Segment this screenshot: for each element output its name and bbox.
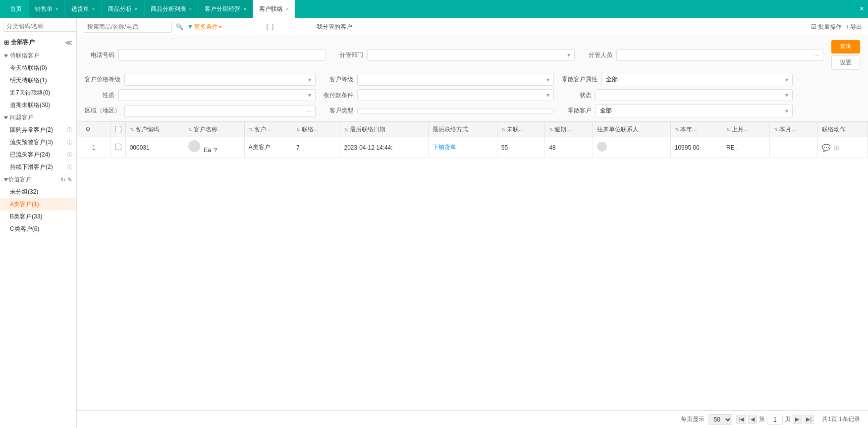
person-select[interactable]: ··· <box>616 49 823 61</box>
sort-icon-no-contact: ⇅ <box>501 127 505 132</box>
home-tab-label: 首页 <box>10 5 22 13</box>
nav-tab-customer-mgmt[interactable]: 客户分层经营 × <box>199 0 252 18</box>
th-this-year[interactable]: ⇅ 本年... <box>670 122 722 137</box>
sidebar-item-class-b[interactable]: B类客户(33) <box>0 211 76 223</box>
retail-attr-select[interactable]: 全部 ▾ <box>601 73 793 86</box>
sidebar-item-churn-warning[interactable]: 流失预警客户(3) ⓘ <box>0 136 76 149</box>
th-code[interactable]: ⇅ 客户编码 <box>125 122 184 137</box>
sidebar-item-repurchase[interactable]: 回购异常客户(2) ⓘ <box>0 124 76 136</box>
sidebar-item-unclassified[interactable]: 未分组(32) <box>0 186 76 198</box>
retail-customer-value: 全部 <box>600 107 612 115</box>
close-customer-contact-tab[interactable]: × <box>286 6 289 12</box>
th-this-month[interactable]: ⇅ 本月... <box>770 122 817 137</box>
filter-right-actions: ☑ 批量操作 ↑ 导出 <box>811 23 862 31</box>
col-contacts-label: 联络... <box>302 125 319 134</box>
close-purchase-tab[interactable]: × <box>92 6 95 12</box>
sidebar-item-today[interactable]: 今天待联络(0) <box>0 62 76 74</box>
adv-filter-row-2: 客户价格等级 ▾ 客户等级 ▾ 零散客户属性 全部 <box>85 73 860 86</box>
my-customers-checkbox[interactable]: 我分管的客户 <box>225 23 352 31</box>
nature-label: 性质 <box>85 91 114 100</box>
payment-select[interactable]: ▾ <box>357 89 554 101</box>
th-last-method[interactable]: 最后联络方式 <box>429 122 497 137</box>
sidebar-item-churned[interactable]: 已流失客户(24) ⓘ <box>0 149 76 161</box>
problem-customers-section[interactable]: 问题客户 <box>0 111 76 124</box>
th-name[interactable]: ⇅ 客户名称 <box>184 122 244 137</box>
next-page-btn[interactable]: ▶ <box>793 415 802 424</box>
dept-select[interactable]: ▾ <box>367 49 574 61</box>
sidebar-item-7days[interactable]: 近7天待联络(0) <box>0 87 76 99</box>
sidebar-collapse-btn[interactable]: ≪ <box>65 39 72 47</box>
row-no-contact: 55 <box>497 137 544 158</box>
col-overdue-label: 逾期... <box>554 125 571 134</box>
my-customers-check[interactable] <box>225 24 315 30</box>
customers-table: ⚙ ⇅ 客户编码 ⇅ <box>77 122 868 158</box>
area-field: 区域（地区） ··· <box>85 105 316 117</box>
sidebar-item-class-a[interactable]: A类客户(1) <box>0 198 76 211</box>
col-this-year-label: 本年... <box>680 125 697 134</box>
value-customers-section[interactable]: 价值客户 ↻ ✎ <box>0 173 76 186</box>
pending-contact-section[interactable]: 待联络客户 <box>0 50 76 62</box>
sidebar-item-tomorrow[interactable]: 明天待联络(1) <box>0 74 76 87</box>
all-customers-header[interactable]: ⊞ 全部客户 ≪ <box>0 35 76 50</box>
close-product-analysis-tab[interactable]: × <box>135 6 138 12</box>
select-all-checkbox[interactable] <box>115 126 121 132</box>
close-product-analysis-list-tab[interactable]: × <box>189 6 192 12</box>
nav-home[interactable]: 首页 <box>4 0 28 18</box>
repurchase-info-icon: ⓘ <box>67 126 72 134</box>
th-no-contact[interactable]: ⇅ 未联... <box>497 122 544 137</box>
page-input[interactable] <box>767 415 783 425</box>
price-level-select[interactable]: ▾ <box>124 74 316 86</box>
sidebar-item-class-c[interactable]: C类客户(6) <box>0 223 76 235</box>
per-page-select[interactable]: 50 <box>708 414 732 425</box>
nav-tab-purchase[interactable]: 进货单 × <box>65 0 101 18</box>
status-select[interactable]: ▾ <box>596 89 793 101</box>
th-overdue[interactable]: ⇅ 逾期... <box>545 122 593 137</box>
first-page-btn[interactable]: |◀ <box>736 415 747 424</box>
nav-tab-product-analysis-list[interactable]: 商品分析列表 × <box>145 0 198 18</box>
row-checkbox[interactable] <box>115 144 121 150</box>
customer-level-select[interactable]: ▾ <box>357 74 554 86</box>
th-last-date[interactable]: ⇅ 最后联络日期 <box>340 122 429 137</box>
th-last-month[interactable]: ⇅ 上月... <box>722 122 769 137</box>
retail-customer-field: 零散客户 全部 ▾ <box>562 104 793 117</box>
main-search-icon[interactable]: 🔍 <box>176 23 183 30</box>
last-page-btn[interactable]: ▶| <box>804 415 814 424</box>
query-button[interactable]: 查询 <box>831 40 860 54</box>
retail-attr-field: 零散客户属性 全部 ▾ <box>562 73 793 86</box>
customer-type-select[interactable] <box>357 108 554 113</box>
nav-tab-sales[interactable]: 销售单 × <box>29 0 64 18</box>
problem-customers-title: 问题客户 <box>10 113 34 122</box>
filter-icon: ▼ <box>187 23 193 30</box>
th-contacts[interactable]: ⇅ 联络... <box>292 122 340 137</box>
row-action-phone-icon[interactable]: 💬 <box>822 144 830 152</box>
th-contact-person[interactable]: 往来单位联系人 <box>593 122 670 137</box>
close-sales-tab[interactable]: × <box>55 6 58 12</box>
th-type[interactable]: ⇅ 客户... <box>244 122 292 137</box>
all-customers-header-left: ⊞ 全部客户 <box>4 38 35 47</box>
person-field: 分管人员 ··· <box>583 49 823 61</box>
filter-more-btn[interactable]: ▼ 更多条件 ▾ <box>187 23 221 31</box>
prev-page-btn[interactable]: ◀ <box>748 415 757 424</box>
close-customer-mgmt-tab[interactable]: × <box>243 6 246 12</box>
churn-warning-info-icon: ⓘ <box>67 139 72 146</box>
sidebar-item-overdue[interactable]: 逾期未联络(30) <box>0 99 76 111</box>
refresh-icon[interactable]: ↻ <box>60 176 65 183</box>
phone-input[interactable] <box>118 49 326 61</box>
product-analysis-list-tab-label: 商品分析列表 <box>151 5 186 13</box>
edit-icon[interactable]: ✎ <box>67 176 72 183</box>
nav-tab-product-analysis[interactable]: 商品分析 × <box>102 0 144 18</box>
retail-customer-select[interactable]: 全部 ▾ <box>596 104 793 117</box>
sidebar-search-input[interactable] <box>3 21 77 32</box>
nature-select[interactable]: ▾ <box>118 89 316 101</box>
nav-tab-customer-contact[interactable]: 客户联络 × <box>253 0 295 18</box>
batch-ops-btn[interactable]: ☑ 批量操作 <box>811 23 842 31</box>
export-btn[interactable]: ↑ 导出 <box>846 23 862 31</box>
settings-button[interactable]: 设置 <box>831 55 860 70</box>
table-settings-gear[interactable]: ⚙ <box>81 123 95 136</box>
close-all-tabs[interactable]: × <box>860 4 864 13</box>
sidebar-item-declining[interactable]: 持续下滑客户(2) ⓘ <box>0 161 76 173</box>
area-select[interactable]: ··· <box>124 105 316 117</box>
row-last-method-link[interactable]: 下销货单 <box>433 144 456 151</box>
row-action-more-icon[interactable]: ⊞ <box>833 144 839 152</box>
main-search-input[interactable] <box>83 21 172 33</box>
